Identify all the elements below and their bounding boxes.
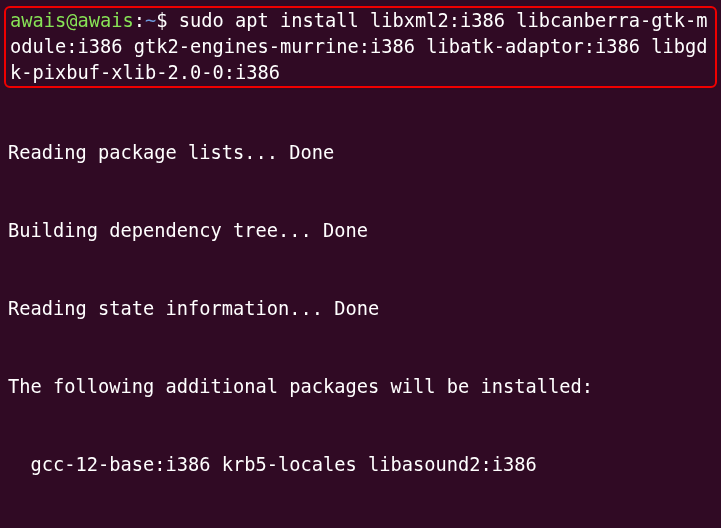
prompt-user: awais@awais	[10, 10, 134, 31]
output-line: gcc-12-base:i386 krb5-locales libasound2…	[8, 452, 721, 478]
output-line: Reading state information... Done	[8, 296, 721, 322]
terminal-window[interactable]: awais@awais:~$ sudo apt install libxml2:…	[0, 0, 721, 528]
prompt-line: awais@awais:~$ sudo apt install libxml2:…	[10, 8, 711, 86]
output-line: Building dependency tree... Done	[8, 218, 721, 244]
prompt-colon: :	[134, 10, 145, 31]
prompt-path: ~	[145, 10, 156, 31]
output-line: Reading package lists... Done	[8, 140, 721, 166]
prompt-dollar: $	[156, 10, 179, 31]
output-line: The following additional packages will b…	[8, 374, 721, 400]
terminal-output: Reading package lists... Done Building d…	[4, 88, 721, 528]
command-highlight-box: awais@awais:~$ sudo apt install libxml2:…	[4, 6, 717, 88]
